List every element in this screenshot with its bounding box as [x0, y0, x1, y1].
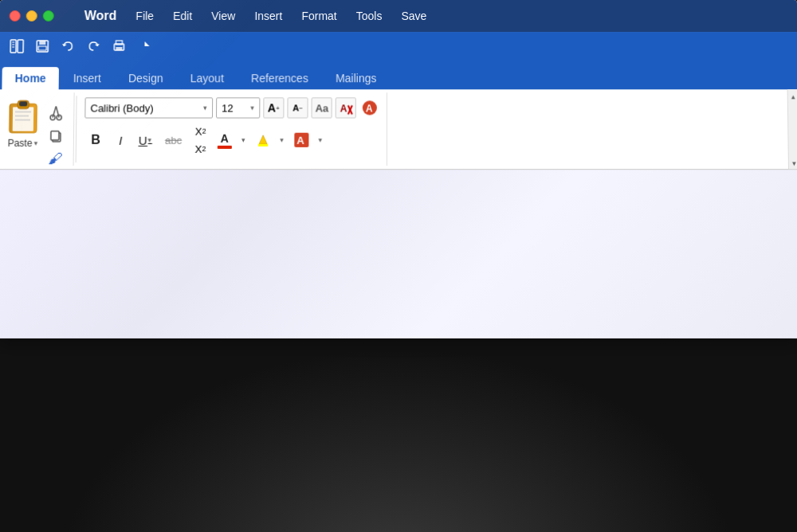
svg-text:A: A [366, 103, 373, 114]
font-group: Calibri (Body) ▾ 12 ▾ A+ A− Aa [78, 92, 387, 166]
svg-rect-13 [13, 107, 34, 131]
menu-edit[interactable]: Edit [167, 8, 198, 24]
redo-icon[interactable] [82, 35, 104, 57]
svg-text:A: A [296, 135, 304, 147]
font-name-dropdown[interactable]: Calibri (Body) ▾ [84, 97, 213, 118]
minimize-button[interactable] [26, 10, 37, 22]
ribbon-scrollbar[interactable]: ▲ ▼ [787, 89, 797, 169]
strikethrough-label: abc [165, 134, 182, 146]
copy-icon[interactable] [46, 127, 65, 146]
font-name-value: Calibri (Body) [90, 102, 198, 114]
svg-text:A: A [340, 103, 347, 114]
clear-formatting-button[interactable]: A [336, 97, 356, 118]
app-name-menu[interactable]: Word [78, 7, 124, 25]
text-highlight-button[interactable]: A [290, 129, 312, 151]
ribbon-content: Paste ▾ [0, 89, 797, 170]
scroll-down-button[interactable]: ▼ [788, 158, 797, 169]
change-case-button[interactable]: Aa [312, 97, 332, 118]
scroll-up-button[interactable]: ▲ [787, 91, 797, 102]
text-effects-button[interactable]: A [359, 97, 380, 118]
format-row: B I U ▾ abc X2 X2 [84, 122, 327, 158]
paste-label: Paste [8, 138, 33, 149]
save-icon[interactable] [31, 35, 53, 57]
svg-rect-6 [39, 41, 45, 45]
highlight-color-button[interactable] [252, 129, 274, 151]
superscript-button[interactable]: X2 [192, 140, 210, 158]
cut-icon[interactable] [46, 104, 65, 123]
font-dropdown-arrow: ▾ [203, 104, 207, 111]
font-color-button[interactable]: A [213, 129, 235, 151]
more-icon[interactable] [133, 35, 155, 57]
italic-label: I [119, 133, 122, 147]
svg-rect-15 [19, 101, 27, 106]
undo-icon[interactable] [57, 35, 79, 57]
menu-view[interactable]: View [205, 8, 241, 24]
font-shrink-button[interactable]: A− [287, 97, 308, 118]
tab-design[interactable]: Design [116, 67, 176, 89]
font-shrink-label: A [292, 103, 299, 112]
clipboard-sub-icons: 🖌 [45, 104, 65, 168]
tab-references[interactable]: References [238, 67, 321, 89]
menu-tools[interactable]: Tools [350, 8, 389, 24]
print-icon[interactable] [108, 35, 130, 57]
tab-mailings[interactable]: Mailings [323, 67, 390, 89]
svg-rect-1 [18, 40, 23, 53]
menu-save[interactable]: Save [395, 8, 433, 24]
monitor-bezel [0, 309, 797, 532]
font-size-arrow: ▾ [250, 104, 254, 111]
svg-text:Aa: Aa [316, 102, 329, 114]
subscript-superscript-group: X2 X2 [190, 122, 210, 158]
text-highlight-dropdown[interactable]: ▾ [315, 129, 326, 151]
menu-file[interactable]: File [129, 8, 160, 24]
title-bar: Word File Edit View Insert Format Tools … [0, 0, 797, 32]
close-button[interactable] [10, 10, 21, 22]
paste-button[interactable]: Paste ▾ [6, 97, 40, 149]
format-sidebar-icon[interactable] [6, 35, 28, 57]
clipboard-group: Paste ▾ [0, 92, 75, 166]
tab-layout[interactable]: Layout [178, 67, 237, 89]
quick-access-toolbar [0, 32, 797, 61]
font-color-label: A [220, 131, 228, 144]
svg-rect-31 [258, 144, 268, 147]
font-grow-label: A [268, 101, 276, 114]
document-area[interactable] [0, 170, 797, 338]
italic-button[interactable]: I [109, 129, 132, 151]
svg-rect-24 [51, 131, 59, 140]
underline-button[interactable]: U ▾ [134, 129, 156, 151]
svg-rect-10 [116, 47, 122, 50]
font-row-1: Calibri (Body) ▾ 12 ▾ A+ A− Aa [84, 97, 380, 118]
screen: Word File Edit View Insert Format Tools … [0, 0, 797, 338]
menu-insert[interactable]: Insert [248, 8, 289, 24]
maximize-button[interactable] [43, 10, 54, 22]
format-painter-icon[interactable]: 🖌 [45, 149, 65, 168]
divider-1 [76, 96, 77, 162]
font-grow-button[interactable]: A+ [263, 97, 284, 118]
subscript-button[interactable]: X2 [192, 123, 210, 140]
font-color-dropdown[interactable]: ▾ [238, 129, 249, 151]
strikethrough-button[interactable]: abc [159, 129, 187, 151]
tab-home[interactable]: Home [2, 67, 58, 89]
highlight-dropdown[interactable]: ▾ [277, 129, 288, 151]
font-size-dropdown[interactable]: 12 ▾ [216, 97, 260, 118]
traffic-lights [10, 10, 54, 22]
bold-label: B [91, 133, 100, 147]
ribbon-tabs: Home Insert Design Layout References Mai… [0, 61, 797, 89]
bold-button[interactable]: B [84, 129, 107, 151]
menu-format[interactable]: Format [295, 8, 343, 24]
svg-rect-7 [38, 46, 46, 50]
underline-label: U [139, 133, 147, 147]
font-color-bar [217, 145, 231, 148]
font-size-value: 12 [222, 102, 247, 114]
tab-insert[interactable]: Insert [61, 67, 115, 89]
